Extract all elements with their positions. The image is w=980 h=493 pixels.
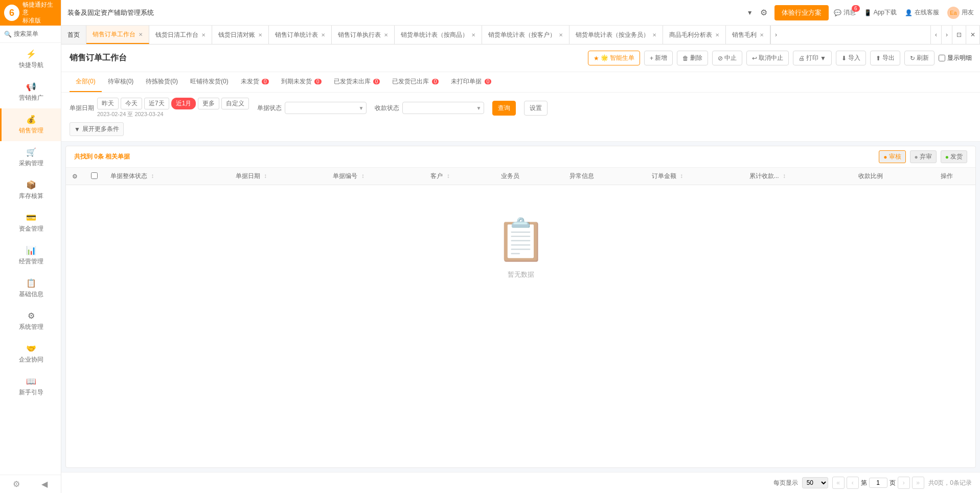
tab-prev-button[interactable]: ‹ (931, 26, 942, 44)
tab-close-icon[interactable]: ✕ (652, 32, 656, 38)
topbar-gear-icon[interactable]: ⚙ (758, 6, 769, 19)
sub-tab-not-printed[interactable]: 未打印单据 0 (445, 72, 497, 92)
tab-cash-daily[interactable]: 钱货日清工作台 ✕ (149, 26, 212, 44)
sub-tab-shipped-out[interactable]: 已发货已出库 0 (386, 72, 445, 92)
tab-next-button[interactable]: › (942, 26, 952, 44)
app-download-button[interactable]: 📱 App下载 (864, 8, 897, 17)
user-button[interactable]: Ea 用友 (947, 7, 974, 19)
sub-tab-expired[interactable]: 到期未发货 0 (275, 72, 328, 92)
tab-close-icon[interactable]: ✕ (471, 32, 475, 38)
collapse-btn[interactable]: ◀ (33, 479, 57, 489)
date-btn-custom[interactable]: 自定义 (221, 98, 249, 109)
smart-create-button[interactable]: ★ 🌟 智能生单 (588, 51, 640, 65)
ship-button[interactable]: ● 发货 (941, 150, 967, 163)
tab-close-icon[interactable]: ✕ (258, 32, 262, 38)
sidebar-item-guide[interactable]: 📖 新手引导 (0, 370, 61, 403)
sub-tab-pending-check[interactable]: 待拣验货(0) (140, 72, 184, 92)
tab-margin-analysis[interactable]: 商品毛利分析表 ✕ (663, 26, 726, 44)
col-checkbox[interactable] (84, 168, 104, 185)
col-abnormal[interactable]: 异常信息 (563, 168, 646, 185)
payment-select[interactable] (402, 102, 484, 114)
date-btn-7days[interactable]: 近7天 (144, 98, 169, 109)
col-staff[interactable]: 业务员 (495, 168, 563, 185)
first-page-button[interactable]: « (832, 477, 845, 489)
sidebar-item-operation[interactable]: 📊 经营管理 (0, 239, 61, 272)
reject-button[interactable]: ● 弃审 (910, 150, 937, 163)
settings-btn[interactable]: ⚙ (4, 479, 29, 489)
tab-close-icon[interactable]: ✕ (760, 32, 764, 38)
status-select[interactable] (285, 102, 367, 114)
show-detail-checkbox[interactable]: 显示明细 (939, 54, 972, 62)
tab-sales-stats-product[interactable]: 销货单统计表（按商品） ✕ (395, 26, 482, 44)
tab-sales-execute[interactable]: 销售订单执行表 ✕ (332, 26, 395, 44)
sidebar-item-system[interactable]: ⚙ 系统管理 (0, 305, 61, 338)
sub-tab-not-shipped[interactable]: 未发货 0 (235, 72, 275, 92)
tab-close-icon[interactable]: ✕ (559, 32, 563, 38)
sub-tab-all[interactable]: 全部(0) (70, 72, 102, 92)
sidebar-search[interactable]: 🔍 搜索菜单 (0, 26, 61, 43)
settings-button[interactable]: 设置 (524, 101, 548, 116)
sidebar-item-inventory[interactable]: 📦 库存核算 (0, 174, 61, 207)
col-settings[interactable]: ⚙ (66, 168, 84, 185)
date-btn-today[interactable]: 今天 (121, 98, 142, 109)
delete-button[interactable]: 🗑 删除 (677, 51, 708, 65)
date-btn-1month[interactable]: 近1月 (171, 98, 196, 109)
select-all-checkbox[interactable] (91, 172, 98, 179)
sub-tab-shipped-not-out[interactable]: 已发货未出库 0 (328, 72, 386, 92)
date-btn-more[interactable]: 更多 (198, 98, 219, 109)
tabs-more-button[interactable]: › (770, 26, 781, 44)
table-scroll[interactable]: ⚙ 单据整体状态 ↕ 单据日期 ↕ 单据编号 ↕ 客户 ↕ 业务员 异常信息 订… (66, 168, 975, 467)
tab-close-icon[interactable]: ✕ (384, 32, 388, 38)
tab-sales-stats-customer[interactable]: 销货单统计表（按客户） ✕ (482, 26, 569, 44)
tab-restore-button[interactable]: ⊡ (952, 26, 966, 44)
sidebar-item-enterprise[interactable]: 🤝 企业协同 (0, 338, 61, 370)
sub-tab-wang-pending[interactable]: 旺铺待发货(0) (184, 72, 235, 92)
col-status[interactable]: 单据整体状态 ↕ (104, 168, 230, 185)
expand-button[interactable]: ▼ 展开更多条件 (70, 122, 124, 136)
last-page-button[interactable]: » (912, 477, 924, 489)
sidebar-item-finance[interactable]: 💳 资金管理 (0, 207, 61, 239)
col-date[interactable]: 单据日期 ↕ (230, 168, 327, 185)
approve-button[interactable]: ● 审核 (879, 150, 905, 163)
online-service-button[interactable]: 👤 在线客服 (905, 8, 939, 17)
tab-sales-profit[interactable]: 销售毛利 ✕ (726, 26, 770, 44)
message-button[interactable]: 💬 消息 6 (834, 8, 856, 17)
topbar-dropdown[interactable]: ▼ (747, 9, 753, 16)
col-customer[interactable]: 客户 ↕ (424, 168, 494, 185)
col-received[interactable]: 累计收款... ↕ (743, 168, 852, 185)
sidebar-item-basic[interactable]: 📋 基础信息 (0, 272, 61, 305)
tab-close-icon[interactable]: ✕ (201, 32, 206, 38)
show-detail-input[interactable] (939, 55, 945, 61)
page-number-input[interactable] (869, 478, 887, 488)
tab-close-icon[interactable]: ✕ (715, 32, 719, 38)
prev-page-button[interactable]: ‹ (847, 477, 859, 489)
sidebar-item-sales[interactable]: 💰 销售管理 (0, 108, 61, 141)
refresh-button[interactable]: ↻ 刷新 (904, 51, 935, 65)
sidebar-item-purchase[interactable]: 🛒 采购管理 (0, 141, 61, 174)
tab-close-icon[interactable]: ✕ (139, 32, 143, 37)
date-btn-yesterday[interactable]: 昨天 (97, 98, 119, 109)
tab-close-all-button[interactable]: ✕ (966, 26, 980, 44)
tab-sales-stats-staff[interactable]: 销货单统计表（按业务员） ✕ (569, 26, 663, 44)
stop-button[interactable]: ⊘ 中止 (712, 51, 742, 65)
sidebar-item-quick-nav[interactable]: ⚡ 快捷导航 (0, 43, 61, 76)
tab-cash-reconcile[interactable]: 钱货日清对账 ✕ (212, 26, 269, 44)
sidebar-item-marketing[interactable]: 📢 营销推广 (0, 76, 61, 108)
tab-sales-stats[interactable]: 销售订单统计表 ✕ (269, 26, 332, 44)
next-page-button[interactable]: › (898, 477, 910, 489)
add-button[interactable]: + 新增 (644, 51, 673, 65)
print-button[interactable]: 🖨 打印 ▼ (793, 51, 832, 65)
per-page-select[interactable]: 50 100 200 (802, 477, 828, 488)
solution-button[interactable]: 体验行业方案 (774, 5, 829, 20)
cancel-stop-button[interactable]: ↩ 取消中止 (746, 51, 789, 65)
tab-sales-workbench[interactable]: 销售订单工作台 ✕ (86, 26, 149, 44)
tab-close-icon[interactable]: ✕ (321, 32, 325, 38)
col-ratio[interactable]: 收款比例 (852, 168, 935, 185)
export-button[interactable]: ⬆ 导出 (870, 51, 900, 65)
tab-home[interactable]: 首页 (61, 26, 86, 44)
col-number[interactable]: 单据编号 ↕ (327, 168, 424, 185)
sub-tab-pending-review[interactable]: 待审核(0) (102, 72, 140, 92)
import-button[interactable]: ⬇ 导入 (836, 51, 866, 65)
col-amount[interactable]: 订单金额 ↕ (646, 168, 743, 185)
query-button[interactable]: 查询 (492, 101, 516, 116)
